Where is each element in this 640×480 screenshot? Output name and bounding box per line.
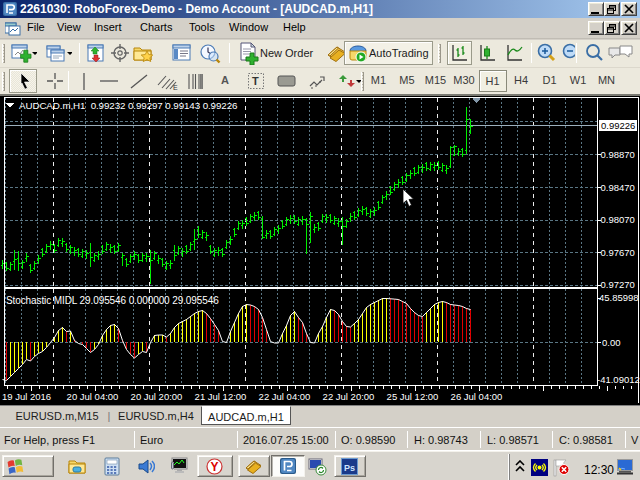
svg-text:25 Jul 12:00: 25 Jul 12:00	[387, 391, 439, 402]
svg-text:19 Jul 2016: 19 Jul 2016	[2, 391, 51, 402]
svg-text:AUDCAD.m,H1 0.99232 0.99297 0: AUDCAD.m,H1 0.99232 0.99297 0.99143 0.99…	[19, 100, 238, 111]
svg-text:22 Jul 04:00: 22 Jul 04:00	[259, 391, 311, 402]
svg-text:0.98870: 0.98870	[601, 149, 635, 160]
svg-text:26 Jul 04:00: 26 Jul 04:00	[451, 391, 503, 402]
svg-text:Ps: Ps	[344, 463, 355, 473]
svg-text:45.85998: 45.85998	[599, 292, 639, 303]
svg-text:Y: Y	[211, 460, 219, 474]
svg-text:-41.09012: -41.09012	[597, 374, 640, 385]
svg-text:E: E	[173, 84, 178, 91]
svg-text:0.98070: 0.98070	[601, 214, 635, 225]
svg-text:0.99226: 0.99226	[601, 120, 635, 131]
svg-text:20 Jul 20:00: 20 Jul 20:00	[131, 391, 183, 402]
svg-text:0.98470: 0.98470	[601, 182, 635, 193]
svg-text:0.97270: 0.97270	[601, 279, 635, 290]
svg-text:0.97670: 0.97670	[601, 247, 635, 258]
svg-text:Stochastic MIDL 29.095546 0.00: Stochastic MIDL 29.095546 0.000000 29.09…	[6, 295, 219, 306]
svg-text:T: T	[252, 75, 259, 87]
svg-text:21 Jul 12:00: 21 Jul 12:00	[195, 391, 247, 402]
svg-text:20 Jul 04:00: 20 Jul 04:00	[67, 391, 119, 402]
svg-text:22 Jul 20:00: 22 Jul 20:00	[323, 391, 375, 402]
svg-text:0.00: 0.00	[602, 337, 621, 348]
